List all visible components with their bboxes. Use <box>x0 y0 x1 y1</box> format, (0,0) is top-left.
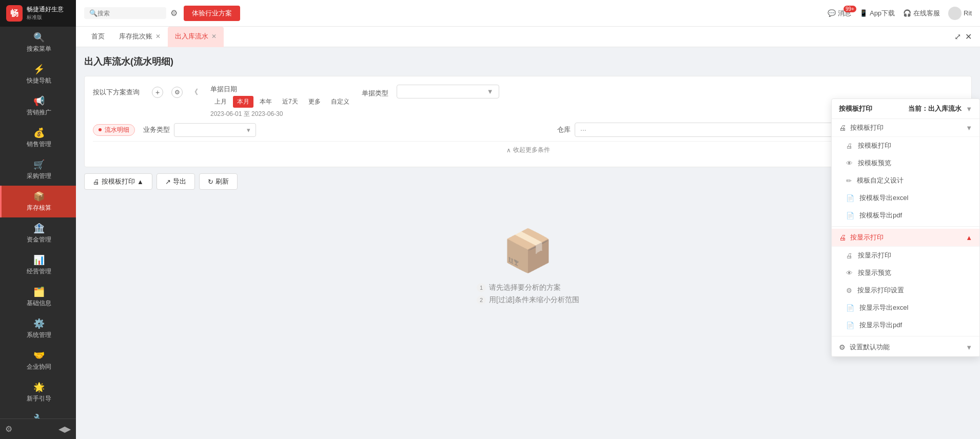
tab-expand-icon[interactable]: ⤢ <box>954 32 961 42</box>
type-dropdown-icon: ▼ <box>487 88 494 95</box>
collab-label: 企业协同 <box>27 363 51 371</box>
sidebar-item-shortcut[interactable]: ⚡ 快捷导航 <box>0 58 76 90</box>
set-default-icon: ⚙ <box>839 343 846 351</box>
display-print-item[interactable]: 🖨 按显示打印 <box>832 247 979 264</box>
sidebar-item-marketing[interactable]: 📢 营销推广 <box>0 90 76 122</box>
sidebar-item-system[interactable]: ⚙️ 系统管理 <box>0 313 76 345</box>
sidebar-item-purchase[interactable]: 🛒 采购管理 <box>0 154 76 186</box>
display-excel-label: 按显示导出excel <box>859 303 908 312</box>
filter-tag-item[interactable]: 流水明细 <box>93 124 135 136</box>
display-pdf-icon: 📄 <box>846 322 854 329</box>
display-export-pdf-item[interactable]: 📄 按显示导出pdf <box>832 316 979 334</box>
tab-home[interactable]: 首页 <box>84 27 112 47</box>
template-export-excel-item[interactable]: 📄 按模板导出excel <box>832 189 979 207</box>
display-preview-label: 按显示预览 <box>858 268 891 277</box>
template-section-arrow: ▼ <box>966 124 972 132</box>
tabs-controls: ⤢ ✕ <box>954 32 972 42</box>
display-print-label: 按显示打印 <box>858 251 891 260</box>
sidebar-item-inventory[interactable]: 📦 库存核算 <box>0 186 76 217</box>
print-panel-header: 按模板打印 当前：出入库流水 ▼ <box>832 99 979 119</box>
date-tab-more[interactable]: 更多 <box>304 96 325 108</box>
app-icon: 📱 <box>859 9 868 17</box>
notification-btn[interactable]: 💬 消息 99+ <box>828 9 851 18</box>
hint-num-2: 2 <box>477 295 486 305</box>
display-print-settings-item[interactable]: ⚙ 按显示打印设置 <box>832 282 979 299</box>
sidebar-item-collab[interactable]: 🤝 企业协同 <box>0 345 76 376</box>
date-tab-current-month[interactable]: 本月 <box>233 96 253 108</box>
sidebar-item-sales[interactable]: 💰 销售管理 <box>0 122 76 154</box>
display-preview-item[interactable]: 👁 按显示预览 <box>832 264 979 282</box>
collapse-icon: ∧ <box>506 147 511 154</box>
date-tab-last7days[interactable]: 近7天 <box>278 96 302 108</box>
notif-badge: 99+ <box>844 6 856 12</box>
basic-label: 基础信息 <box>27 299 51 308</box>
logo-sub: 标准版 <box>27 14 64 21</box>
tab-batch-close[interactable]: ✕ <box>155 33 161 40</box>
sales-icon: 💰 <box>33 127 45 138</box>
export-btn[interactable]: ↗ 导出 <box>156 173 195 190</box>
sidebar-logo: 畅 畅捷通好生意 标准版 <box>0 0 76 27</box>
type-filter: 单据类型 ▼ <box>362 85 963 98</box>
topbar-search-box[interactable]: 🔍 <box>84 7 166 19</box>
guide-label: 新手引导 <box>27 394 51 403</box>
sidebar-item-search[interactable]: 🔍 搜索菜单 <box>0 27 76 58</box>
print-btn[interactable]: 🖨 按模板打印 ▲ <box>84 173 152 190</box>
type-select[interactable]: ▼ <box>397 85 499 98</box>
biz-type-select[interactable]: ▾ <box>174 123 256 137</box>
date-tab-current-year[interactable]: 本年 <box>256 96 276 108</box>
template-customize-item[interactable]: ✏ 模板自定义设计 <box>832 172 979 189</box>
topbar-right: 💬 消息 99+ 📱 App下载 🎧 在线客服 Rit <box>828 7 972 20</box>
sidebar-collapse-icon[interactable]: ◀▶ <box>58 424 71 434</box>
sidebar-item-basic[interactable]: 🗂️ 基础信息 <box>0 281 76 313</box>
print-panel-arrow-icon[interactable]: ▼ <box>966 105 972 113</box>
display-print-section: 🖨 按显示打印 ▲ 🖨 按显示打印 👁 按显示预览 ⚙ <box>832 229 979 334</box>
date-tabs: 上月 本月 本年 近7天 更多 自定义 <box>210 96 354 108</box>
refresh-btn[interactable]: ↻ 刷新 <box>199 173 238 190</box>
template-preview-label: 按模板预览 <box>858 158 891 168</box>
display-section-header[interactable]: 🖨 按显示打印 ▲ <box>832 229 979 247</box>
user-menu[interactable]: Rit <box>948 7 972 20</box>
sidebar-item-finance[interactable]: 🏦 资金管理 <box>0 217 76 249</box>
sidebar-item-operations[interactable]: 📊 经营管理 <box>0 249 76 281</box>
display-settings-icon: ⚙ <box>846 287 852 294</box>
sidebar-settings-icon[interactable]: ⚙ <box>5 424 12 434</box>
display-export-excel-item[interactable]: 📄 按显示导出excel <box>832 299 979 316</box>
filter-add-button[interactable]: + <box>152 87 163 98</box>
print-panel: 按模板打印 当前：出入库流水 ▼ 🖨 按模板打印 ▼ 🖨 <box>831 98 980 357</box>
date-range-text: 2023-06-01 至 2023-06-30 <box>210 110 354 118</box>
filter-collapse-left[interactable]: 《 <box>191 87 202 98</box>
shortcut-icon: ⚡ <box>33 64 45 75</box>
online-service-btn[interactable]: 🎧 在线客服 <box>903 9 940 18</box>
sidebar-item-appstore[interactable]: 🔧 应用中心 <box>0 408 76 418</box>
tab-close-window-icon[interactable]: ✕ <box>965 32 972 42</box>
main-area: 🔍 ⚙ 体验行业方案 💬 消息 99+ 📱 App下载 🎧 在线客服 Rit <box>76 0 980 439</box>
tab-inout[interactable]: 出入库流水 ✕ <box>168 27 224 47</box>
tab-inout-close[interactable]: ✕ <box>211 33 217 40</box>
trial-button[interactable]: 体验行业方案 <box>184 6 240 21</box>
template-section-header[interactable]: 🖨 按模板打印 ▼ <box>832 119 979 137</box>
sidebar-item-guide[interactable]: 🌟 新手引导 <box>0 376 76 408</box>
topbar-gear-icon[interactable]: ⚙ <box>170 8 178 18</box>
operations-label: 经营管理 <box>27 267 51 276</box>
template-excel-label: 按模板导出excel <box>859 193 908 203</box>
collab-icon: 🤝 <box>33 350 45 361</box>
finance-label: 资金管理 <box>27 235 51 244</box>
template-export-pdf-item[interactable]: 📄 按模板导出pdf <box>832 207 979 224</box>
sidebar-scroll: 🔍 搜索菜单 ⚡ 快捷导航 📢 营销推广 💰 销售管理 🛒 采购管理 📦 库存核… <box>0 27 76 418</box>
display-section-icon: 🖨 <box>839 233 846 242</box>
search-label: 搜索菜单 <box>27 45 51 53</box>
tab-batch[interactable]: 库存批次账 ✕ <box>112 27 168 47</box>
date-tab-last-month[interactable]: 上月 <box>210 96 231 108</box>
set-default-item[interactable]: ⚙ 设置默认功能 ▼ <box>832 338 979 356</box>
template-print-item[interactable]: 🖨 按模板打印 <box>832 137 979 154</box>
display-pdf-label: 按显示导出pdf <box>859 321 902 330</box>
search-input[interactable] <box>97 10 159 17</box>
filter-gear-button[interactable]: ⚙ <box>171 87 183 98</box>
date-tab-custom[interactable]: 自定义 <box>327 96 354 108</box>
hint-text-2: 用[过滤]条件来缩小分析范围 <box>489 295 579 305</box>
warehouse-more-icon[interactable]: ··· <box>580 126 586 134</box>
template-preview-item[interactable]: 👁 按模板预览 <box>832 154 979 172</box>
template-section-icon: 🖨 <box>839 124 846 132</box>
app-download-btn[interactable]: 📱 App下载 <box>859 9 895 18</box>
avatar <box>948 7 962 20</box>
